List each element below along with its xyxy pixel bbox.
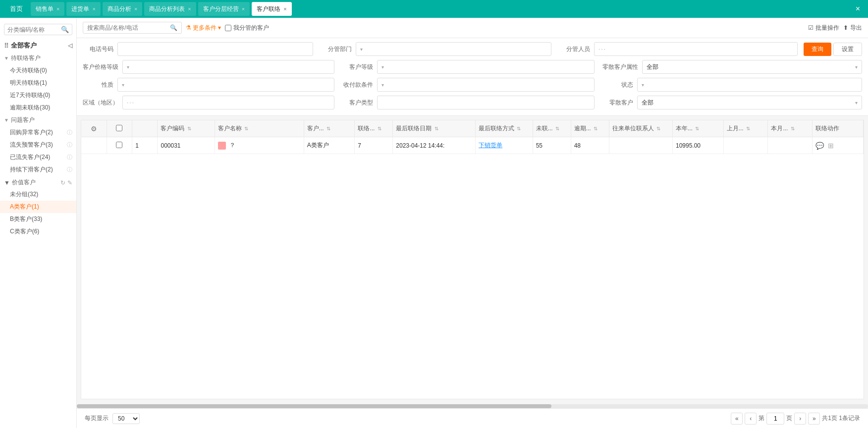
prev-page-button[interactable]: ‹ xyxy=(745,413,757,425)
first-page-button[interactable]: « xyxy=(731,413,743,425)
payment-label: 收付款条件 xyxy=(342,81,377,89)
query-button[interactable]: 查询 xyxy=(804,43,831,56)
window-close-button[interactable]: × xyxy=(852,4,864,13)
sidebar-item-tomorrow-pending[interactable]: 明天待联络(1) xyxy=(0,77,76,89)
customer-grade-select[interactable]: ▾ xyxy=(377,60,594,74)
payment-select[interactable]: ▾ xyxy=(377,78,594,92)
sidebar-item-churned[interactable]: 已流失客户(24) ⓘ xyxy=(0,151,76,163)
close-purchase-tab-icon[interactable]: × xyxy=(92,6,95,12)
batch-operation-button[interactable]: ☑ 批量操作 xyxy=(808,24,839,32)
select-all-checkbox[interactable] xyxy=(116,125,122,131)
chevron-down-icon4: ▾ xyxy=(855,64,858,70)
sidebar-item-overdue-contact[interactable]: 逾期未联络(30) xyxy=(0,102,76,114)
status-select[interactable]: ▾ xyxy=(637,78,862,92)
no-contact-column-header[interactable]: 未联... ⇅ xyxy=(533,120,571,137)
filter-row-2: 客户价格等级 ▾ 客户等级 ▾ 零散客户属性 全部 ▾ xyxy=(83,60,862,74)
page-navigation: « ‹ 第 页 › » 共1页 1条记录 xyxy=(731,413,860,425)
region-input[interactable]: ··· xyxy=(122,96,334,109)
tab-customer-contact[interactable]: 客户联络 × xyxy=(252,2,291,16)
sidebar-collapse-icon[interactable]: ◁ xyxy=(68,42,72,49)
customer-type-input[interactable] xyxy=(377,96,594,109)
price-grade-select[interactable]: ▾ xyxy=(122,60,334,74)
gear-icon[interactable]: ⚙ xyxy=(91,125,97,133)
sidebar-group-pending-contact[interactable]: ▼ 待联络客户 xyxy=(0,52,76,64)
close-customer-tier-tab-icon[interactable]: × xyxy=(242,6,245,12)
sidebar-item-ungrouped[interactable]: 未分组(32) xyxy=(0,188,76,201)
export-button[interactable]: ⬆ 导出 xyxy=(843,24,862,32)
filter-search-box[interactable]: 🔍 xyxy=(83,22,182,34)
nature-select[interactable]: ▾ xyxy=(117,78,334,92)
main-layout: 🔍 ⠿ 全部客户 ◁ ▼ 待联络客户 今天待联络(0) 明天待联络(1) 近7天… xyxy=(0,18,868,428)
chevron-down-icon6: ▾ xyxy=(381,82,384,88)
sidebar-item-abnormal-repurchase[interactable]: 回购异常客户(2) ⓘ xyxy=(0,126,76,139)
more-filters-button[interactable]: ⚗ 更多条件 ▾ xyxy=(186,24,221,32)
home-tab[interactable]: 首页 xyxy=(4,0,29,18)
funnel-icon: ⚗ xyxy=(186,24,191,31)
filter-search-input[interactable] xyxy=(87,24,168,31)
refresh-icon[interactable]: ↻ xyxy=(60,179,65,186)
overdue-column-header[interactable]: 逾期... ⇅ xyxy=(571,120,609,137)
this-month-column-header[interactable]: 本月... ⇅ xyxy=(768,120,813,137)
name-column-header[interactable]: 客户名称 ⇅ xyxy=(215,120,304,137)
sidebar-item-churn-warning[interactable]: 流失预警客户(3) ⓘ xyxy=(0,139,76,151)
row-checkbox[interactable] xyxy=(116,142,122,148)
page-label: 第 xyxy=(759,414,764,423)
dept-select[interactable]: ▾ xyxy=(356,42,551,56)
my-customers-checkbox-group[interactable]: 我分管的客户 xyxy=(225,24,269,32)
qrcode-icon[interactable]: ⊞ xyxy=(828,142,834,150)
last-page-button[interactable]: » xyxy=(808,413,820,425)
sidebar-item-class-a[interactable]: A类客户(1) xyxy=(0,201,76,213)
sidebar-item-7days-pending[interactable]: 近7天待联络(0) xyxy=(0,89,76,102)
comment-icon[interactable]: 💬 xyxy=(815,142,824,150)
last-contact-date-column-header[interactable]: 最后联络日期 ⇅ xyxy=(393,120,476,137)
sidebar: 🔍 ⠿ 全部客户 ◁ ▼ 待联络客户 今天待联络(0) 明天待联络(1) 近7天… xyxy=(0,18,77,428)
my-customers-checkbox[interactable] xyxy=(225,25,231,31)
close-product-list-tab-icon[interactable]: × xyxy=(188,6,191,12)
sidebar-search-box[interactable]: 🔍 xyxy=(4,24,72,35)
tab-customer-tier[interactable]: 客户分层经营 × xyxy=(198,2,250,16)
tab-purchase-order[interactable]: 进货单 × xyxy=(66,2,100,16)
code-column-header[interactable]: 客户编码 ⇅ xyxy=(158,120,215,137)
next-page-button[interactable]: › xyxy=(794,413,806,425)
row-checkbox-cell[interactable] xyxy=(107,137,132,154)
row-last-contact-way-cell[interactable]: 下销货单 xyxy=(476,137,533,154)
sidebar-search-input[interactable] xyxy=(7,26,61,33)
phone-input[interactable] xyxy=(117,42,313,56)
last-contact-way-column-header[interactable]: 最后联络方式 ⇅ xyxy=(476,120,533,137)
category-column-header[interactable]: 客户... ⇅ xyxy=(304,120,355,137)
page-size-select[interactable]: 50 100 200 xyxy=(112,413,140,424)
filter-row-3: 性质 ▾ 收付款条件 ▾ 状态 ▾ xyxy=(83,78,862,92)
settings-button[interactable]: 设置 xyxy=(833,43,862,56)
pagination-bar: 每页显示 50 100 200 « ‹ 第 页 › » 共1页 1条记录 xyxy=(77,408,868,428)
sidebar-group-problem-customers[interactable]: ▼ 问题客户 xyxy=(0,114,76,126)
edit-icon[interactable]: ✎ xyxy=(67,179,72,186)
sidebar-group-value-customers[interactable]: ▼ 价值客户 ↻ ✎ xyxy=(0,176,76,188)
last-month-column-header[interactable]: 上月... ⇅ xyxy=(723,120,768,137)
close-sales-tab-icon[interactable]: × xyxy=(56,6,59,12)
advanced-filters-panel: 电话号码 分管部门 ▾ 分管人员 ··· 查询 设置 xyxy=(77,38,868,116)
close-product-analysis-tab-icon[interactable]: × xyxy=(134,6,137,12)
phone-label: 电话号码 xyxy=(83,45,117,54)
sidebar-item-class-c[interactable]: C类客户(6) xyxy=(0,225,76,238)
info-icon4: ⓘ xyxy=(67,166,72,173)
this-year-column-header[interactable]: 本年... ⇅ xyxy=(672,120,723,137)
tab-sales-order[interactable]: 销售单 × xyxy=(31,2,64,16)
page-number-input[interactable] xyxy=(766,413,784,425)
price-grade-label: 客户价格等级 xyxy=(83,63,122,71)
tab-product-analysis[interactable]: 商品分析 × xyxy=(103,2,142,16)
unit-contact-column-header[interactable]: 往来单位联系人 ⇅ xyxy=(609,120,672,137)
sidebar-item-declining[interactable]: 持续下滑客户(2) ⓘ xyxy=(0,163,76,176)
tab-product-analysis-list[interactable]: 商品分析列表 × xyxy=(144,2,196,16)
info-icon3: ⓘ xyxy=(67,154,72,161)
close-customer-contact-tab-icon[interactable]: × xyxy=(283,6,286,12)
retail-attr-select[interactable]: 全部 ▾ xyxy=(642,60,862,74)
gear-column-header[interactable]: ⚙ xyxy=(81,120,107,137)
sidebar-item-today-pending[interactable]: 今天待联络(0) xyxy=(0,64,76,77)
contact-column-header[interactable]: 联络... ⇅ xyxy=(355,120,393,137)
retail-customer-select[interactable]: 全部 ▾ xyxy=(637,96,862,109)
horizontal-scrollbar[interactable] xyxy=(77,403,868,408)
content-area: 🔍 ⚗ 更多条件 ▾ 我分管的客户 ☑ 批量操作 ⬆ 导出 xyxy=(77,18,868,428)
last-contact-way-link[interactable]: 下销货单 xyxy=(479,142,502,149)
manager-input[interactable]: ··· xyxy=(594,42,798,56)
sidebar-item-class-b[interactable]: B类客户(33) xyxy=(0,213,76,225)
